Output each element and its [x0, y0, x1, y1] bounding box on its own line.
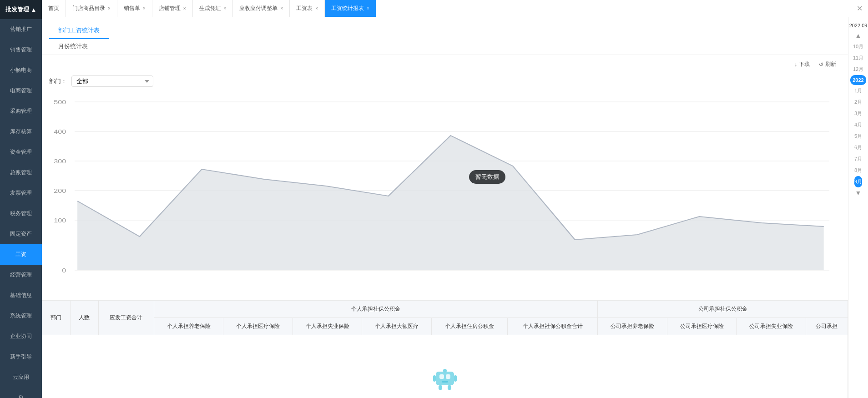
close-all-tabs-button[interactable]: ✕	[851, 4, 868, 13]
sidebar-item-工资[interactable]: 工资	[0, 244, 42, 265]
tab-close-button[interactable]: ×	[143, 6, 146, 11]
tab-label: 门店商品目录	[72, 5, 105, 12]
sidebar-item-库存核算[interactable]: 库存核算	[0, 121, 42, 142]
tab-bar: 首页门店商品目录×销售单×店铺管理×生成凭证×应收应付调整单×工资表×工资统计报…	[42, 0, 868, 17]
tab-工资表[interactable]: 工资表×	[290, 0, 325, 17]
sidebar-item-资金管理[interactable]: 资金管理	[0, 142, 42, 162]
timeline-item-2月[interactable]: 2月	[853, 96, 864, 108]
tab-店铺管理[interactable]: 店铺管理×	[152, 0, 193, 17]
svg-text:0: 0	[62, 267, 66, 273]
sidebar-item-固定资产[interactable]: 固定资产	[0, 224, 42, 244]
tab-label: 销售单	[124, 5, 140, 12]
tab-首页[interactable]: 首页	[42, 0, 66, 17]
download-button[interactable]: ↓ 下载	[790, 59, 814, 70]
tab-label: 生成凭证	[199, 5, 221, 12]
sidebar-item-新手引导[interactable]: 新手引导	[0, 347, 42, 367]
timeline-item-9月[interactable]: 9月	[854, 176, 862, 187]
svg-rect-22	[448, 385, 451, 390]
timeline-panel: 2022.09 ▲ 10月11月12月 2022 1月2月3月4月5月6月7月8…	[848, 17, 868, 398]
tab-应收应付调整单[interactable]: 应收应付调整单×	[233, 0, 290, 17]
timeline-item-12月[interactable]: 12月	[853, 64, 863, 75]
timeline-up-nav[interactable]: ▲	[855, 30, 862, 41]
sidebar-item-基础信息[interactable]: 基础信息	[0, 285, 42, 306]
chart-area: 500 400 300 200 100 0	[42, 91, 848, 300]
col-personal-pension: 个人承担养老保险	[154, 318, 223, 335]
sidebar-title: 批发管理	[5, 5, 29, 14]
col-company-medical: 公司承担医疗保险	[667, 318, 737, 335]
sidebar-item-系统管理[interactable]: 系统管理	[0, 306, 42, 326]
refresh-icon: ↺	[819, 61, 823, 68]
dept-filter-label: 部门：	[49, 77, 67, 86]
col-personal-major-medical: 个人承担大额医疗	[362, 318, 432, 335]
sidebar-item-发票管理[interactable]: 发票管理	[0, 183, 42, 203]
tab-生成凭证[interactable]: 生成凭证×	[193, 0, 233, 17]
tab-label: 应收应付调整单	[239, 5, 278, 12]
sidebar-header[interactable]: 批发管理 ▲	[0, 0, 42, 19]
timeline-item-8月[interactable]: 8月	[853, 165, 864, 176]
sidebar-item-总账管理[interactable]: 总账管理	[0, 162, 42, 183]
refresh-button[interactable]: ↺ 刷新	[814, 59, 841, 70]
page-content: 部门工资统计表月份统计表 ↓ 下载 ↺ 刷新 部门： 全部	[42, 17, 848, 398]
svg-text:300: 300	[54, 158, 66, 164]
sidebar-item-企业协同[interactable]: 企业协同	[0, 326, 42, 347]
filter-bar: 部门： 全部	[42, 74, 848, 91]
sidebar-item-销售管理[interactable]: 销售管理	[0, 40, 42, 60]
sidebar-item-云应用[interactable]: 云应用	[0, 367, 42, 388]
timeline-item-5月[interactable]: 5月	[853, 131, 864, 142]
timeline-item-1月[interactable]: 1月	[853, 85, 864, 96]
tab-close-button[interactable]: ×	[224, 6, 227, 11]
sub-tab-月份统计表[interactable]: 月份统计表	[49, 39, 109, 55]
sidebar-toggle-icon: ▲	[31, 6, 37, 13]
tab-close-button[interactable]: ×	[108, 6, 111, 11]
svg-rect-14	[439, 374, 444, 379]
svg-text:200: 200	[54, 187, 66, 194]
timeline-year[interactable]: 2022	[850, 75, 866, 85]
download-icon: ↓	[794, 61, 797, 68]
tab-label: 工资表	[296, 5, 313, 12]
sub-tab-部门工资统计表[interactable]: 部门工资统计表	[49, 23, 109, 39]
sidebar-item-电商管理[interactable]: 电商管理	[0, 81, 42, 101]
timeline-date: 2022.09	[848, 21, 868, 30]
svg-rect-15	[446, 374, 450, 379]
col-dept: 部门	[42, 301, 71, 335]
sidebar-item-营销推广[interactable]: 营销推广	[0, 19, 42, 40]
svg-rect-13	[436, 372, 454, 385]
timeline-item-6月[interactable]: 6月	[853, 142, 864, 153]
col-personal-group: 个人承担社保公积金	[154, 301, 598, 318]
tab-close-button[interactable]: ×	[183, 6, 186, 11]
sidebar-item-经营管理[interactable]: 经营管理	[0, 265, 42, 285]
tab-销售单[interactable]: 销售单×	[117, 0, 152, 17]
tab-close-button[interactable]: ×	[367, 6, 369, 11]
tab-label: 首页	[48, 5, 59, 12]
sidebar-item-采购管理[interactable]: 采购管理	[0, 101, 42, 121]
timeline-item-4月[interactable]: 4月	[853, 119, 864, 131]
col-company-other: 公司承担	[806, 318, 848, 335]
col-company-group: 公司承担社保公积金	[598, 301, 848, 318]
timeline-item-10月[interactable]: 10月	[853, 41, 863, 52]
main-area: 首页门店商品目录×销售单×店铺管理×生成凭证×应收应付调整单×工资表×工资统计报…	[42, 0, 868, 398]
dept-filter-select[interactable]: 全部	[71, 76, 153, 87]
timeline-item-7月[interactable]: 7月	[853, 153, 864, 165]
col-count: 人数	[70, 301, 98, 335]
timeline-down-nav[interactable]: ▼	[855, 187, 862, 198]
timeline-item-3月[interactable]: 3月	[853, 108, 864, 119]
col-total-salary: 应发工资合计	[98, 301, 154, 335]
sidebar-settings[interactable]: ⚙	[0, 388, 42, 398]
sidebar-item-税务管理[interactable]: 税务管理	[0, 203, 42, 224]
timeline-item-11月[interactable]: 11月	[853, 52, 863, 64]
col-company-unemployment: 公司承担失业保险	[737, 318, 806, 335]
empty-state: 暂无数据	[48, 340, 842, 398]
svg-rect-20	[454, 375, 457, 382]
sidebar-item-小畅电商[interactable]: 小畅电商	[0, 60, 42, 81]
svg-text:100: 100	[54, 217, 66, 223]
sidebar: 批发管理 ▲ 营销推广销售管理小畅电商电商管理采购管理库存核算资金管理总账管理发…	[0, 0, 42, 398]
tab-close-button[interactable]: ×	[315, 6, 318, 11]
svg-rect-21	[439, 385, 442, 390]
tab-label: 店铺管理	[159, 5, 181, 12]
sub-tab-bar: 部门工资统计表月份统计表	[42, 17, 848, 55]
tab-close-button[interactable]: ×	[280, 6, 283, 11]
tab-工资统计报表[interactable]: 工资统计报表×	[325, 0, 376, 17]
tab-门店商品目录[interactable]: 门店商品目录×	[66, 0, 117, 17]
table-area[interactable]: 部门 人数 应发工资合计 个人承担社保公积金 公司承担社保公积金 个人承担养老保…	[42, 300, 848, 398]
svg-marker-12	[77, 136, 824, 270]
